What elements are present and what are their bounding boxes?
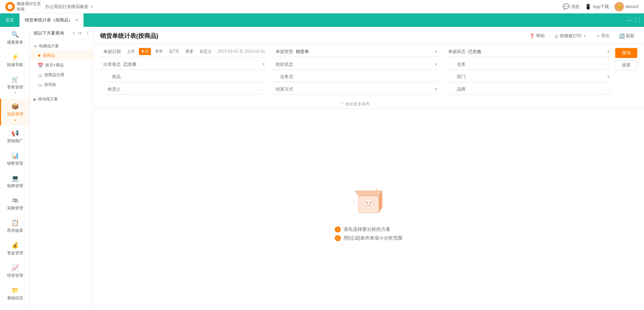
settlement-control[interactable]: ▼ [296, 87, 438, 92]
page-header: 销货单统计表(按商品) ❓ 帮助 🖨 按模板打印 ▼ ↗ 导出 [93, 27, 644, 44]
settings-button[interactable]: 设置 [615, 60, 637, 70]
add-scheme-icon[interactable]: ＋ [71, 30, 76, 36]
mobile-scheme-label: 移动端方案 [38, 96, 58, 102]
out-status-value: 已出库 [123, 61, 262, 67]
out-status-label: 出库状态 [100, 61, 123, 67]
tab-home[interactable]: 首页 [0, 13, 19, 27]
collapse-more-button[interactable]: ⌃ 收起更多条件 [100, 99, 610, 108]
scheme-by-cashier[interactable]: 🗂 按司机 [30, 80, 93, 90]
doc-status-control[interactable]: 已生效 ▼ [468, 49, 610, 55]
query-button[interactable]: 查询 [615, 48, 637, 58]
scheme-by-category[interactable]: 🗂 按商品分类 [30, 70, 93, 80]
sidebar-item-system[interactable]: ⚙ 系统管理 [0, 305, 29, 310]
doc-status-label: 单据状态 [445, 49, 468, 55]
scheme-by-month-product[interactable]: 📅 按月+商品 [30, 60, 93, 70]
sidebar-item-search[interactable]: 🔍 搜索菜单 [0, 27, 29, 49]
sidebar-item-wholesale[interactable]: 📦 批发管理 ▴ [0, 99, 29, 125]
date-btn-7days[interactable]: 近7天 [167, 48, 181, 55]
filter-row-2: 出库状态 已出库 ▼ 收款状态 ▼ 仓库 [100, 61, 610, 70]
maximize-button[interactable]: ⛶ [635, 17, 640, 23]
purchase-icon: 🛍 [12, 197, 18, 204]
date-btn-custom[interactable]: 自定义 [198, 48, 214, 55]
main-layout: 🔍 搜索菜单 ⚡ 快捷导航 🛒 零售管理 ▾ 📦 批发管理 ▴ 📢 营销推广 📊… [0, 27, 644, 310]
user-menu[interactable]: 😊 demo2 [614, 2, 639, 11]
sidebar-item-finance[interactable]: 💰 资金管理 [0, 238, 29, 260]
svg-point-3 [364, 199, 373, 208]
warehouse-control[interactable]: ··· [468, 62, 610, 67]
desktop-scheme-header[interactable]: ▼ 电脑端方案 [30, 42, 93, 50]
window-controls: — ⛶ [627, 17, 644, 23]
help-label: 帮助 [536, 33, 545, 39]
content-area: 按以下方案查询 ＋ ⟳ 《 ▼ 电脑端方案 ● 按商品 📅 按月 [30, 27, 644, 310]
date-btn-this-year[interactable]: 本年 [153, 48, 165, 55]
sidebar-label-purchase: 采购管理 [7, 205, 23, 211]
refresh-icon: 🔄 [619, 34, 625, 39]
message-button[interactable]: 💬 消息 [563, 3, 580, 10]
warehouse-label: 仓库 [445, 61, 468, 67]
sidebar-item-quick-nav[interactable]: ⚡ 快捷导航 [0, 49, 29, 72]
print-icon: 🖨 [554, 34, 558, 39]
step-1-text: 请先选择要分析的方案 [343, 226, 390, 232]
sidebar-item-retail[interactable]: 🛒 零售管理 ▾ [0, 72, 29, 99]
date-btn-last-month[interactable]: 上月 [125, 48, 137, 55]
arrow-down-icon: ▼ [34, 44, 38, 49]
refresh-button[interactable]: 🔄 刷新 [616, 32, 637, 40]
right-content: 销货单统计表(按商品) ❓ 帮助 🖨 按模板打印 ▼ ↗ 导出 [93, 27, 644, 310]
mobile-scheme-group: ▶ 移动端方案 [30, 92, 93, 106]
sidebar-item-ecommerce[interactable]: 💻 电商管理 [0, 170, 29, 193]
collect-status-label: 收款状态 [272, 61, 296, 67]
template-print-button[interactable]: 🖨 按模板打印 ▼ [551, 32, 589, 40]
template-print-label: 按模板打印 [560, 33, 582, 39]
tab-sales-stat-label: 销货单统计表（按商品） [25, 17, 73, 23]
chevron-up-icon: ⌃ [341, 102, 344, 107]
retail-icon: 🛒 [11, 76, 19, 83]
date-btn-more[interactable]: 更多 [183, 48, 196, 55]
sidebar-label-ecommerce: 电商管理 [7, 183, 23, 189]
export-button[interactable]: ↗ 导出 [593, 32, 612, 40]
empty-step-2: 2 用[过滤]条件来缩小分析范围 [335, 235, 402, 241]
settlement-label: 结算方式 [272, 86, 296, 92]
doc-type-arrow-icon: ▼ [434, 49, 438, 54]
stock-icon: 📋 [11, 219, 19, 226]
template-selector[interactable]: 办公用品行业模拟账套 ▼ [45, 4, 94, 10]
recipient-control[interactable]: ··· [123, 87, 266, 92]
sidebar-item-basic[interactable]: 📁 基础信息 [0, 282, 29, 305]
help-button[interactable]: ❓ 帮助 [527, 32, 547, 40]
collect-status-control[interactable]: ▼ [296, 62, 438, 67]
salesperson-dots-icon: ··· [434, 74, 438, 80]
collapse-panel-icon[interactable]: 《 [84, 30, 89, 36]
sales-icon: 📊 [11, 152, 19, 159]
sidebar-item-stock[interactable]: 📋 库存核算 [0, 215, 29, 238]
dept-control[interactable]: ▼ [468, 74, 610, 79]
tab-close-icon[interactable]: ✕ [75, 18, 78, 22]
minimize-button[interactable]: — [627, 17, 632, 23]
sidebar-item-purchase[interactable]: 🛍 采购管理 [0, 193, 29, 215]
desktop-scheme-label: 电脑端方案 [39, 43, 59, 49]
scheme-by-product[interactable]: ● 按商品 [30, 50, 93, 60]
svg-marker-1 [355, 191, 382, 196]
sidebar-item-marketing[interactable]: 📢 营销推广 [0, 125, 29, 148]
scheme-panel-icons: ＋ ⟳ 《 [71, 30, 89, 36]
filter-row-3: 商品 ··· 业务员 ··· 部门 [100, 74, 610, 82]
date-label: 单据日期 [100, 49, 123, 55]
brand-control[interactable]: ··· [468, 87, 610, 92]
sidebar-item-sales[interactable]: 📊 销售管理 [0, 148, 29, 170]
operations-icon: 📈 [11, 264, 19, 271]
sidebar-item-operations[interactable]: 📈 经营管理 [0, 260, 29, 282]
doc-type-control[interactable]: 销货单 ▼ [296, 49, 438, 55]
product-control[interactable]: ··· [123, 74, 266, 80]
refresh-scheme-icon[interactable]: ⟳ [78, 31, 82, 36]
step-1-num: 1 [335, 226, 341, 232]
cashier-icon: 🗂 [38, 82, 42, 88]
out-status-control[interactable]: 已出库 ▼ [123, 61, 266, 67]
page-title: 销货单统计表(按商品) [100, 32, 158, 40]
empty-step-1: 1 请先选择要分析的方案 [335, 226, 402, 232]
filter-row-4: 收货人 ··· 结算方式 ▼ 品牌 [100, 86, 610, 95]
salesperson-control[interactable]: ··· [296, 74, 438, 80]
date-btn-this-month[interactable]: 本月 [139, 48, 151, 55]
app-download-button[interactable]: 📱 App下载 [585, 4, 609, 10]
mobile-scheme-header[interactable]: ▶ 移动端方案 [30, 95, 93, 103]
tab-sales-stat[interactable]: 销货单统计表（按商品） ✕ [19, 13, 84, 27]
svg-text:✦: ✦ [375, 188, 378, 192]
category-icon: 🗂 [38, 72, 42, 78]
